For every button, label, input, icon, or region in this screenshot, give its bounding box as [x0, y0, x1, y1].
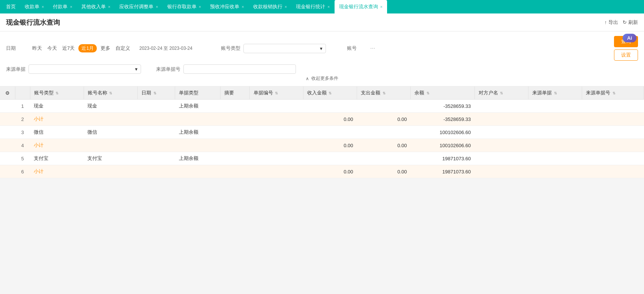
row-source-doc-cell	[528, 139, 582, 152]
row-balance-cell: 100102606.60	[411, 139, 475, 152]
column-source-doc[interactable]: 来源单据 ⇅	[528, 87, 582, 100]
row-account-name-cell: 微信	[84, 126, 137, 139]
row-settings-cell	[0, 113, 15, 126]
row-settings-cell	[0, 152, 15, 165]
ai-badge[interactable]: Ai	[623, 34, 636, 42]
close-icon[interactable]: ×	[70, 0, 72, 13]
table-row[interactable]: 6 小计 0.00 0.00 19871073.60	[0, 165, 644, 178]
row-income-cell: 0.00	[303, 113, 357, 126]
table-row[interactable]: 2 小计 0.00 0.00 -3528659.33	[0, 113, 644, 126]
date-today[interactable]: 今天	[46, 44, 59, 52]
close-icon[interactable]: ×	[156, 0, 158, 13]
column-doc-type: 单据类型	[175, 87, 221, 100]
row-doc-no-cell	[249, 165, 303, 178]
row-income-cell	[303, 152, 357, 165]
close-icon[interactable]: ×	[42, 0, 44, 13]
row-balance-cell: -3528659.33	[411, 100, 475, 113]
nav-tab-yinhangcq[interactable]: 银行存取款单 ×	[163, 0, 206, 13]
row-summary-cell	[220, 113, 249, 126]
date-1month[interactable]: 近1月	[78, 44, 97, 52]
row-doc-type-cell: 上期余额	[175, 126, 221, 139]
row-account-type-cell: 小计	[30, 139, 84, 152]
row-date-cell	[137, 113, 175, 126]
row-account-name-cell	[84, 113, 137, 126]
row-date-cell	[137, 165, 175, 178]
nav-tab-yingshoutz[interactable]: 应收应付调整单 ×	[115, 0, 162, 13]
date-yesterday[interactable]: 昨天	[31, 44, 44, 52]
row-summary-cell	[220, 152, 249, 165]
account-more-icon[interactable]: ···	[369, 45, 377, 52]
nav-tab-shoukuanhx[interactable]: 收款核销执行 ×	[249, 0, 291, 13]
row-income-cell	[303, 100, 357, 113]
column-source-doc-no[interactable]: 来源单据号 ⇅	[582, 87, 644, 100]
export-button[interactable]: ↑ 导出	[605, 19, 618, 26]
source-doc-num-input[interactable]	[183, 64, 296, 74]
nav-tab-qitasr[interactable]: 其他收入单 ×	[77, 0, 115, 13]
row-date-cell	[137, 126, 175, 139]
table-row[interactable]: 1 现金 现金 上期余额 -3528659.33	[0, 100, 644, 113]
nav-tab-xianjinls[interactable]: 现金银行流水查询 ×	[335, 0, 387, 13]
settings-button[interactable]: 设置	[614, 49, 638, 61]
account-type-select[interactable]: ▾	[243, 44, 326, 53]
close-icon[interactable]: ×	[199, 0, 201, 13]
column-settings[interactable]: ⚙	[0, 87, 15, 100]
refresh-button[interactable]: ↻ 刷新	[623, 19, 638, 26]
column-account-type[interactable]: 账号类型 ⇅	[30, 87, 84, 100]
row-expense-cell	[357, 100, 411, 113]
date-7days[interactable]: 近7天	[61, 44, 76, 52]
collapse-bar[interactable]: ∧ 收起更多条件	[6, 75, 638, 82]
top-navigation: 首页 收款单 × 付款单 × 其他收入单 × 应收应付调整单 × 银行存取款单 …	[0, 0, 644, 13]
row-expense-cell: 0.00	[357, 139, 411, 152]
close-icon[interactable]: ×	[327, 0, 330, 13]
date-more[interactable]: 更多	[99, 44, 112, 52]
row-num-cell: 2	[15, 113, 30, 126]
row-income-cell: 0.00	[303, 165, 357, 178]
nav-tab-fukudan[interactable]: 付款单 ×	[48, 0, 77, 13]
table-header-row: ⚙ 账号类型 ⇅ 账号名称 ⇅ 日期 ⇅ 单据类型 摘要 单据编号 ⇅ 收入金额…	[0, 87, 644, 100]
row-settings-cell	[0, 100, 15, 113]
nav-tab-shoudan[interactable]: 收款单 ×	[20, 0, 48, 13]
row-num-cell: 1	[15, 100, 30, 113]
source-doc-num-label: 来源单据号	[156, 66, 180, 73]
column-expense[interactable]: 支出金额 ⇅	[357, 87, 411, 100]
table-row[interactable]: 5 支付宝 支付宝 上期余额 19871073.60	[0, 152, 644, 165]
source-doc-label: 来源单据	[6, 66, 26, 73]
column-date[interactable]: 日期 ⇅	[137, 87, 175, 100]
row-expense-cell	[357, 152, 411, 165]
row-account-type-cell: 支付宝	[30, 152, 84, 165]
close-icon[interactable]: ×	[242, 0, 244, 13]
row-source-doc-no-cell	[582, 113, 644, 126]
table-row[interactable]: 3 微信 微信 上期余额 100102606.60	[0, 126, 644, 139]
nav-home[interactable]: 首页	[2, 0, 20, 13]
page-header: 现金银行流水查询 ↑ 导出 ↻ 刷新	[0, 13, 644, 31]
row-source-doc-cell	[528, 165, 582, 178]
column-doc-no[interactable]: 单据编号 ⇅	[249, 87, 303, 100]
close-icon[interactable]: ×	[108, 0, 110, 13]
row-summary-cell	[220, 139, 249, 152]
row-counterparty-cell	[474, 100, 528, 113]
date-custom[interactable]: 自定义	[114, 44, 132, 52]
row-expense-cell: 0.00	[357, 113, 411, 126]
source-doc-select[interactable]: ▾	[29, 64, 141, 74]
row-account-type-cell: 小计	[30, 165, 84, 178]
row-expense-cell: 0.00	[357, 165, 411, 178]
chevron-down-icon: ▾	[135, 66, 138, 72]
row-doc-no-cell	[249, 100, 303, 113]
filter-row-date: 日期 昨天 今天 近7天 近1月 更多 自定义 2023-02-24 至 202…	[6, 36, 638, 61]
row-account-type-cell: 现金	[30, 100, 84, 113]
column-counterparty[interactable]: 对方户名 ⇅	[474, 87, 528, 100]
table-row[interactable]: 4 小计 0.00 0.00 100102606.60	[0, 139, 644, 152]
column-income[interactable]: 收入金额 ⇅	[303, 87, 357, 100]
nav-tab-yushoucs[interactable]: 预收冲应收单 ×	[206, 0, 248, 13]
chevron-down-icon: ▾	[320, 46, 323, 51]
column-balance[interactable]: 余额 ⇅	[411, 87, 475, 100]
row-balance-cell: 19871073.60	[411, 165, 475, 178]
column-summary: 摘要	[220, 87, 249, 100]
close-icon[interactable]: ×	[380, 0, 383, 13]
nav-tab-xianjintj[interactable]: 现金银行统计 ×	[291, 0, 334, 13]
column-account-name[interactable]: 账号名称 ⇅	[84, 87, 137, 100]
row-summary-cell	[220, 126, 249, 139]
row-balance-cell: 19871073.60	[411, 152, 475, 165]
close-icon[interactable]: ×	[285, 0, 287, 13]
row-source-doc-cell	[528, 126, 582, 139]
